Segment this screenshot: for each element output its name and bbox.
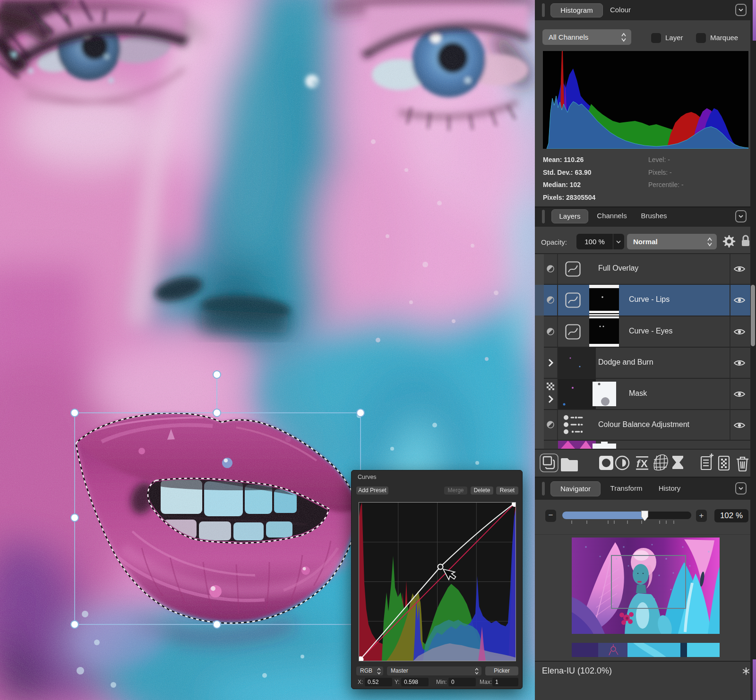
svg-text:X: X — [641, 458, 648, 470]
